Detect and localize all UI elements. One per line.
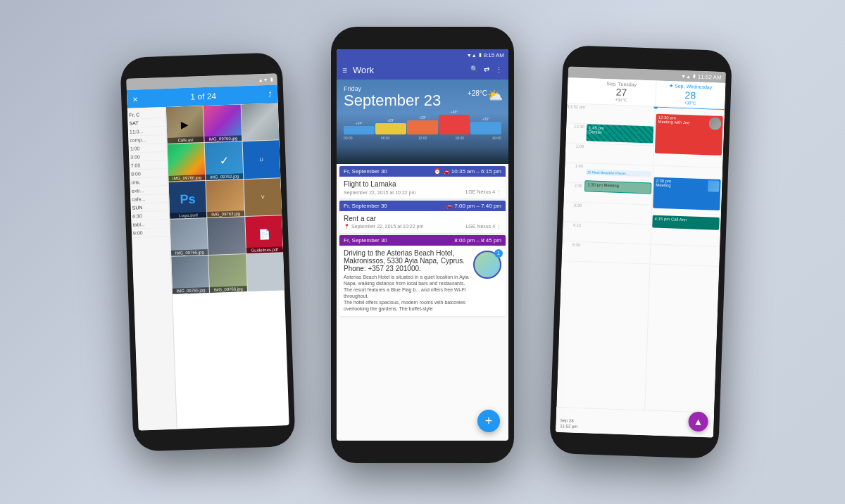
file-cell[interactable]: V — [244, 178, 282, 216]
weather-bars: +24° +29° +33° +48° — [344, 113, 501, 134]
right-battery: ▮ — [693, 73, 696, 79]
time-slot: 2:30 — [563, 182, 584, 203]
event-call-ann[interactable]: 4:15 pm Call Ann — [652, 215, 720, 230]
file-cell[interactable]: IMG_09766.jpg — [209, 254, 247, 292]
file-count: 1 of 24 — [190, 91, 216, 101]
cal-day-27: Sep, Tuesday 27 +31°C — [587, 78, 656, 106]
event-2-header: Fr, September 30 🚗 7:00 pm – 7:40 pm — [339, 201, 506, 211]
time-slot: 12:30 — [565, 123, 586, 144]
cal-col-wednesday: 12:30 pmMeeting with Joe 2:30 pmMeeting — [645, 107, 725, 412]
event-meeting-230[interactable]: 2:30 pmMeeting — [653, 177, 720, 210]
file-cell[interactable]: IMG_09763.jpg — [206, 179, 244, 218]
event-2-date: Fr, September 30 — [344, 203, 387, 209]
left-phone: ▲▼ ▮ ✕ 1 of 24 ⤴ Fr, C SAT 11:0... c — [120, 52, 295, 452]
calendar-body: 11:52 am 12:30 1:00 1:45 2:30 3:30 4:15 … — [556, 103, 725, 412]
center-phone: ▼▲ ▮ 8:15 AM ≡ Work 🔍 ⇄ ⋮ — [331, 27, 514, 463]
center-status-bar: ▼▲ ▮ 8:15 AM — [337, 49, 508, 61]
file-cell[interactable]: ▶ Cafe.avi — [166, 106, 204, 144]
event-3-title: Driving to the Asterias Beach Hotel, Mak… — [344, 249, 470, 272]
time-slot: 5:00 — [561, 241, 582, 262]
center-phone-screen: ▼▲ ▮ 8:15 AM ≡ Work 🔍 ⇄ ⋮ — [337, 49, 508, 441]
event-1-header: Fr, September 30 ⏰ 🚗 10:35 am – 6:15 pm — [339, 166, 506, 177]
app-title: Work — [353, 65, 374, 75]
map-thumbnail[interactable] — [473, 251, 501, 279]
events-scroll[interactable]: Fr, September 30 ⏰ 🚗 10:35 am – 6:15 pm … — [337, 164, 508, 441]
event-dentist[interactable]: 1:45 pmDentist — [586, 124, 653, 143]
right-bottom-bar: Sep 2811:52 pm ▲ — [556, 407, 714, 438]
event-2-time: 🚗 7:00 pm – 7:40 pm — [446, 203, 501, 209]
file-cell[interactable]: IMG_09760.jpg — [204, 104, 242, 142]
event-3-date: Fr, September 30 — [344, 237, 387, 244]
event-2[interactable]: Fr, September 30 🚗 7:00 pm – 7:40 pm Ren… — [339, 201, 506, 233]
weather-icon: ⛅ — [487, 88, 503, 103]
center-time: 8:15 AM — [484, 52, 504, 58]
file-cell-ps[interactable]: Ps Logo.psd — [168, 181, 206, 219]
file-cell[interactable] — [241, 103, 279, 141]
event-1-body: Flight to Larnaka September 22, 2015 at … — [339, 177, 506, 199]
sync-icon[interactable]: ⇄ — [484, 65, 489, 75]
left-battery-icon: ▮ — [270, 77, 273, 82]
event-2-body: Rent a car 📍 September 22, 2015 at 10:22… — [339, 211, 506, 233]
close-button[interactable]: ✕ — [132, 95, 138, 103]
time-slot: 4:15 — [562, 222, 582, 242]
event-2-meta: 📍 September 22, 2015 at 10:22 pm LGE Nex… — [344, 224, 501, 229]
event-3-header: Fr, September 30 8:00 pm – 8:45 pm — [339, 235, 506, 246]
right-phone: ▼▲ ▮ 11:52 AM Sep, Tuesday 27 +31°C ★ Se… — [549, 45, 732, 459]
weather-widget: Friday September 23 ⛅ +28°C +24° +29° — [337, 80, 508, 164]
file-cell[interactable]: IMG_09760.jpg — [168, 143, 206, 181]
toolbar-icons: 🔍 ⇄ ⋮ — [470, 65, 503, 75]
event-2-title: Rent a car — [344, 215, 501, 222]
weather-temp: +28°C — [468, 89, 487, 97]
file-cell[interactable]: IMG_09765.jpg — [171, 256, 209, 294]
file-cell[interactable]: IMG_09765.jpg — [170, 218, 208, 256]
event-3[interactable]: Fr, September 30 8:00 pm – 8:45 pm Drivi… — [339, 235, 506, 316]
file-cell[interactable]: U — [242, 141, 280, 179]
file-cell[interactable]: ✓ IMG_09762.jpg — [205, 142, 243, 180]
cal-day-28: ★ Sep, Wednesday 28 +33°C — [656, 81, 725, 108]
right-phone-screen: ▼▲ ▮ 11:52 AM Sep, Tuesday 27 +31°C ★ Se… — [556, 66, 726, 438]
right-signal: ▼▲ — [681, 73, 691, 78]
menu-icon[interactable]: ≡ — [342, 65, 347, 75]
file-cell[interactable] — [246, 253, 284, 291]
event-3-time: 8:00 pm – 8:45 pm — [454, 237, 501, 244]
time-slot: 11:52 am — [566, 103, 587, 124]
cal-events: 1:45 pmDentist 1:30 pm Meeting 15 Most B… — [576, 104, 725, 412]
share-button[interactable]: ⤴ — [268, 90, 272, 98]
event-meeting-joe[interactable]: 12:30 pmMeeting with Joe — [655, 114, 723, 156]
time-slot: 3:30 — [563, 202, 583, 222]
list-item: 9:00 — [133, 228, 168, 238]
file-content-area: Fr, C SAT 11:0... comp... 1:00 3:00 7:00… — [127, 103, 289, 430]
right-fab-button[interactable]: ▲ — [688, 412, 708, 432]
event-1-time: ⏰ 🚗 10:35 am – 6:15 pm — [434, 168, 501, 175]
event-1-title: Flight to Larnaka — [344, 180, 501, 188]
center-battery: ▮ — [479, 52, 482, 58]
event-meeting-small[interactable]: 1:30 pm Meeting — [584, 180, 652, 194]
event-3-desc: Asterias Beach Hotel is situated in a qu… — [344, 274, 470, 313]
file-grid: ▶ Cafe.avi IMG_09760.jpg IMG_09760.jpg — [166, 103, 284, 294]
time-slot: 1:45 — [564, 163, 584, 183]
center-toolbar: ≡ Work 🔍 ⇄ ⋮ — [337, 61, 508, 80]
search-icon[interactable]: 🔍 — [470, 65, 478, 75]
event-1-meta: September 22, 2015 at 10:22 pm LGE Nexus… — [344, 189, 501, 195]
event-1[interactable]: Fr, September 30 ⏰ 🚗 10:35 am – 6:15 pm … — [339, 166, 506, 199]
more-icon[interactable]: ⋮ — [495, 65, 503, 75]
fab-button[interactable]: + — [477, 410, 500, 432]
left-phone-screen: ▲▼ ▮ ✕ 1 of 24 ⤴ Fr, C SAT 11:0... c — [126, 73, 289, 430]
time-slot: 1:00 — [565, 143, 585, 163]
weather-times: 00:0006:0012:0018:0000:00 — [344, 136, 501, 140]
center-signal: ▼▲ — [467, 53, 477, 58]
cal-col-tuesday: 1:45 pmDentist 1:30 pm Meeting 15 Most B… — [576, 104, 656, 410]
right-date-label: Sep 2811:52 pm — [560, 419, 578, 430]
event-3-body: Driving to the Asterias Beach Hotel, Mak… — [339, 246, 506, 316]
phones-container: ▲▼ ▮ ✕ 1 of 24 ⤴ Fr, C SAT 11:0... c — [106, 13, 739, 491]
left-signal-icon: ▲▼ — [258, 77, 268, 82]
right-time: 11:52 AM — [698, 73, 722, 80]
file-cell-pdf[interactable]: 📄 Guidelines.pdf — [245, 215, 283, 253]
event-1-date: Fr, September 30 — [344, 168, 387, 175]
file-cell[interactable] — [208, 217, 246, 255]
